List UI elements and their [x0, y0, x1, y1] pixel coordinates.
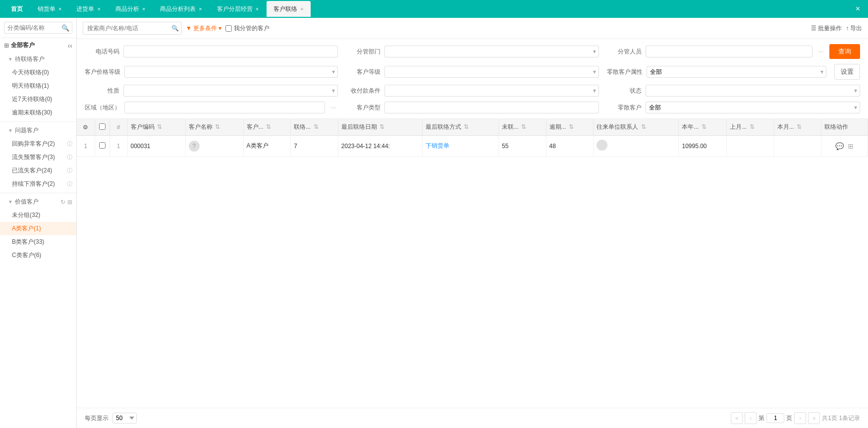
settings-icon[interactable]: ⚙ [83, 124, 88, 131]
cell-index: 1 [77, 136, 95, 157]
sidebar-item-tomorrow-contact[interactable]: 明天待联络(1) [0, 79, 76, 93]
action-message-icon[interactable]: 💬 [835, 142, 844, 150]
page-prev-button[interactable]: ‹ [745, 412, 757, 424]
filter-select-nature[interactable] [123, 85, 338, 97]
nav-tab-product-analysis[interactable]: 商品分析 × [108, 1, 152, 17]
my-customers-filter[interactable]: 我分管的客户 [225, 24, 270, 33]
sales-tab-close[interactable]: × [58, 6, 61, 12]
value-group-settings-icon[interactable]: ⊞ [67, 199, 72, 206]
filter-select-customer-grade[interactable] [384, 66, 599, 78]
page-first-button[interactable]: « [731, 412, 743, 424]
col-header-year-amount[interactable]: 本年... ⇅ [679, 119, 727, 136]
sidebar-item-declining-label: 持续下滑客户(2) [12, 180, 55, 188]
col-header-type[interactable]: 客户... ⇅ [243, 119, 291, 136]
col-header-index: # [109, 119, 127, 136]
sidebar-item-unclassified[interactable]: 未分组(32) [0, 209, 76, 222]
more-conditions-button[interactable]: ▼ 更多条件 ▾ [186, 24, 221, 33]
nav-tab-product-analysis-list[interactable]: 商品分析列表 × [153, 1, 209, 17]
my-customers-checkbox[interactable] [225, 25, 232, 32]
filter-input-phone[interactable] [123, 46, 338, 57]
filter-select-payment[interactable] [384, 85, 599, 97]
filter-row-customer-grade: 客户等级 [346, 64, 599, 80]
value-group-refresh-icon[interactable]: ↻ [60, 199, 65, 206]
sidebar-item-today-contact[interactable]: 今天待联络(0) [0, 66, 76, 79]
col-header-contact-count[interactable]: 联络... ⇅ [291, 119, 338, 136]
col-header-name[interactable]: 客户名称 ⇅ [185, 119, 243, 136]
cell-last-contact-method[interactable]: 下销货单 [423, 136, 499, 157]
filter-label-customer-grade: 客户等级 [346, 68, 380, 76]
col-last-contact-method-sort-icon: ⇅ [464, 123, 469, 130]
customer-contact-tab-close[interactable]: × [300, 6, 303, 12]
nav-tab-purchase[interactable]: 进货单 × [69, 1, 107, 17]
nav-tab-sales[interactable]: 销货单 × [31, 1, 68, 17]
filter-dots-manager[interactable]: ··· [816, 48, 825, 55]
filter-select-dept[interactable] [384, 46, 599, 57]
page-next-button[interactable]: › [794, 412, 806, 424]
filter-input-customer-type[interactable] [384, 102, 599, 113]
col-type-sort-icon: ⇅ [266, 123, 271, 130]
nav-tab-customer-tier[interactable]: 客户分层经营 × [210, 1, 266, 17]
nav-tab-home[interactable]: 首页 [4, 1, 30, 17]
product-analysis-list-tab-close[interactable]: × [199, 6, 202, 12]
sidebar-item-lost[interactable]: 已流失客户(24) ⓘ [0, 164, 76, 177]
last-contact-method-link[interactable]: 下销货单 [426, 142, 449, 149]
col-header-settings[interactable]: ⚙ [77, 119, 95, 136]
col-header-last-contact-date[interactable]: 最后联络日期 ⇅ [338, 119, 422, 136]
filter-input-manager[interactable] [646, 46, 813, 57]
grid-icon: ⊞ [4, 42, 9, 49]
sidebar-item-7days-contact[interactable]: 近7天待联络(0) [0, 93, 76, 106]
export-button[interactable]: ↑ 导出 [846, 24, 862, 33]
filter-row-manager: 分管人员 ··· 查询 [607, 44, 860, 59]
customer-contact-tab-label: 客户联络 [273, 5, 297, 13]
filter-input-region[interactable] [124, 102, 325, 113]
select-all-checkbox[interactable] [99, 123, 106, 130]
nav-tab-customer-contact[interactable]: 客户联络 × [267, 1, 310, 17]
filter-select-retail[interactable]: 全部 [646, 102, 860, 113]
filter-select-price-grade[interactable] [124, 66, 338, 78]
query-button[interactable]: 查询 [829, 44, 860, 59]
col-contact-person-label: 往来单位联系人 [597, 123, 638, 130]
customer-tier-tab-close[interactable]: × [256, 6, 259, 12]
filter-dots-region[interactable]: ··· [329, 104, 338, 111]
sidebar-item-declining[interactable]: 持续下滑客户(2) ⓘ [0, 177, 76, 191]
filter-row-retail-attr: 零散客户属性 全部 设置 [607, 64, 860, 80]
row-checkbox[interactable] [99, 142, 106, 149]
sidebar-item-class-b[interactable]: B类客户(33) [0, 235, 76, 249]
filter-select-retail-attr[interactable]: 全部 [647, 66, 826, 78]
filter-label-dept: 分管部门 [346, 48, 380, 56]
close-all-tabs-button[interactable]: × [852, 2, 864, 15]
product-analysis-tab-close[interactable]: × [142, 6, 145, 12]
filter-row-region: 区域（地区） ··· [85, 102, 338, 113]
cell-row-checkbox[interactable] [95, 136, 109, 157]
sales-tab-label: 销货单 [38, 5, 55, 13]
sidebar-item-class-c[interactable]: C类客户(6) [0, 249, 76, 262]
page-number-input[interactable] [766, 413, 784, 423]
sidebar-item-abnormal-repurchase[interactable]: 回购异常客户(2) ⓘ [0, 137, 76, 151]
col-header-this-month-amount[interactable]: 本月... ⇅ [774, 119, 821, 136]
page-size-select[interactable]: 20 50 100 [112, 413, 137, 424]
col-header-last-contact-method[interactable]: 最后联络方式 ⇅ [423, 119, 499, 136]
batch-operations-label: 批量操作 [818, 24, 842, 33]
batch-operations-button[interactable]: ☰ 批量操作 [811, 24, 842, 33]
sidebar-item-overdue-contact[interactable]: 逾期未联络(30) [0, 106, 76, 119]
col-header-contact-person[interactable]: 往来单位联系人 ⇅ [594, 119, 679, 136]
filter-search-input[interactable] [83, 22, 182, 35]
col-header-code[interactable]: 客户编码 ⇅ [127, 119, 185, 136]
action-more-icon[interactable]: ⊞ [848, 142, 854, 150]
col-header-not-contacted[interactable]: 未联... ⇅ [498, 119, 546, 136]
filter-select-status[interactable] [646, 85, 860, 97]
sidebar-divider-2 [0, 193, 76, 193]
col-header-overdue[interactable]: 逾期... ⇅ [546, 119, 594, 136]
purchase-tab-close[interactable]: × [97, 6, 100, 12]
settings-button[interactable]: 设置 [834, 64, 860, 80]
all-customers-header[interactable]: ⊞ 全部客户 ‹‹ [0, 38, 76, 53]
col-header-checkbox[interactable] [95, 119, 109, 136]
sidebar-item-lost-warning[interactable]: 流失预警客户(3) ⓘ [0, 151, 76, 164]
filter-select-nature-wrap [123, 85, 338, 97]
col-header-last-month-amount[interactable]: 上月... ⇅ [727, 119, 774, 136]
avatar: ? [189, 141, 200, 152]
filter-label-retail: 零散客户 [607, 104, 642, 112]
page-last-button[interactable]: » [808, 412, 820, 424]
sidebar-collapse-icon[interactable]: ‹‹ [68, 42, 72, 50]
sidebar-item-class-a[interactable]: A类客户(1) [0, 222, 76, 235]
